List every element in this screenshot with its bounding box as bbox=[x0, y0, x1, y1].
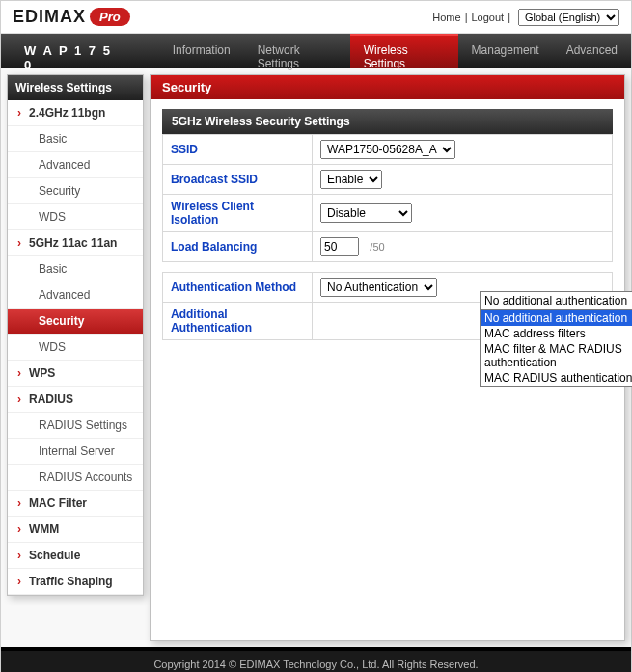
sidebar-item-mac-filter[interactable]: MAC Filter bbox=[8, 491, 143, 517]
sidebar-item-5ghz[interactable]: 5GHz 11ac 11an bbox=[8, 230, 143, 256]
logout-link[interactable]: Logout bbox=[471, 12, 504, 23]
sidebar-item-5-advanced[interactable]: Advanced bbox=[8, 282, 143, 309]
sidebar-item-24-advanced[interactable]: Advanced bbox=[8, 152, 143, 178]
language-select[interactable]: Global (English) bbox=[518, 9, 619, 26]
auth-method-label: Authentication Method bbox=[163, 273, 313, 303]
tab-management[interactable]: Management bbox=[458, 34, 553, 68]
sidebar-item-wmm[interactable]: WMM bbox=[8, 517, 143, 543]
auth-method-select[interactable]: No Authentication bbox=[320, 278, 437, 297]
sidebar-item-wps[interactable]: WPS bbox=[8, 361, 143, 387]
load-balancing-input[interactable] bbox=[320, 237, 359, 256]
sidebar-item-5-basic[interactable]: Basic bbox=[8, 256, 143, 282]
sidebar-item-24ghz[interactable]: 2.4GHz 11bgn bbox=[8, 100, 143, 126]
sidebar-item-radius-accounts[interactable]: RADIUS Accounts bbox=[8, 465, 143, 491]
sidebar-item-traffic-shaping[interactable]: Traffic Shaping bbox=[8, 569, 143, 595]
content-panel: Security 5GHz Wireless Security Settings… bbox=[150, 74, 625, 641]
topbar: EDIMAX Pro Home | Logout | Global (Engli… bbox=[1, 1, 631, 34]
broadcast-ssid-select[interactable]: Enable bbox=[320, 170, 382, 189]
dropdown-selected[interactable]: No additional authentication ▾ bbox=[481, 292, 632, 310]
load-balancing-label: Load Balancing bbox=[163, 232, 313, 262]
main-nav: W A P 1 7 5 0 Information Network Settin… bbox=[1, 34, 631, 68]
top-links: Home | Logout | Global (English) bbox=[432, 9, 619, 26]
sidebar-item-24-wds[interactable]: WDS bbox=[8, 204, 143, 230]
footer-copyright: Copyright 2014 © EDIMAX Technology Co., … bbox=[1, 647, 631, 672]
brand-pro-badge: Pro bbox=[90, 8, 130, 26]
home-link[interactable]: Home bbox=[432, 12, 460, 23]
sidebar-item-5-wds[interactable]: WDS bbox=[8, 335, 143, 361]
section-title: 5GHz Wireless Security Settings bbox=[162, 109, 613, 134]
model-label: W A P 1 7 5 0 bbox=[1, 34, 140, 68]
dropdown-option-radius[interactable]: MAC RADIUS authentication bbox=[481, 370, 632, 386]
sidebar-item-radius[interactable]: RADIUS bbox=[8, 387, 143, 413]
brand-logo: EDIMAX Pro bbox=[13, 7, 130, 27]
tab-advanced[interactable]: Advanced bbox=[553, 34, 631, 68]
sidebar-item-schedule[interactable]: Schedule bbox=[8, 543, 143, 569]
tab-information[interactable]: Information bbox=[159, 34, 244, 68]
sidebar-item-internal-server[interactable]: Internal Server bbox=[8, 439, 143, 465]
dropdown-option-none[interactable]: No additional authentication bbox=[481, 310, 632, 326]
dropdown-option-mac-radius[interactable]: MAC filter & MAC RADIUS authentication bbox=[481, 341, 632, 370]
ssid-label: SSID bbox=[163, 135, 313, 165]
settings-table-1: SSID WAP1750-05628A_A Broadcast SSID Ena… bbox=[162, 134, 613, 262]
ssid-select[interactable]: WAP1750-05628A_A bbox=[320, 140, 455, 159]
sidebar: Wireless Settings 2.4GHz 11bgn Basic Adv… bbox=[7, 74, 144, 596]
tab-wireless-settings[interactable]: Wireless Settings bbox=[350, 34, 458, 68]
client-isolation-select[interactable]: Disable bbox=[320, 203, 412, 223]
sidebar-title: Wireless Settings bbox=[8, 75, 143, 100]
sidebar-item-5-security[interactable]: Security bbox=[8, 309, 143, 335]
client-isolation-label: Wireless Client Isolation bbox=[163, 195, 313, 232]
additional-auth-dropdown[interactable]: No additional authentication ▾ No additi… bbox=[480, 291, 632, 387]
sidebar-item-24-basic[interactable]: Basic bbox=[8, 126, 143, 152]
sidebar-item-radius-settings[interactable]: RADIUS Settings bbox=[8, 413, 143, 439]
dropdown-option-mac-filters[interactable]: MAC address filters bbox=[481, 326, 632, 341]
additional-auth-label: Additional Authentication bbox=[163, 303, 313, 340]
page-title: Security bbox=[151, 75, 624, 99]
brand-text: EDIMAX bbox=[13, 7, 86, 27]
load-balancing-max: /50 bbox=[370, 241, 384, 253]
broadcast-ssid-label: Broadcast SSID bbox=[163, 165, 313, 195]
sidebar-item-24-security[interactable]: Security bbox=[8, 178, 143, 204]
tab-network-settings[interactable]: Network Settings bbox=[244, 34, 350, 68]
